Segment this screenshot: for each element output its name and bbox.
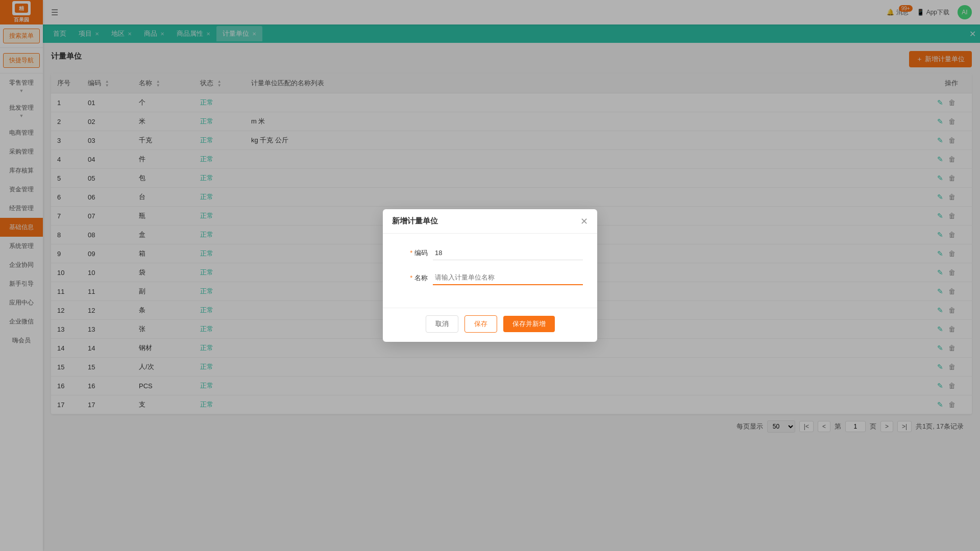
save-and-new-button[interactable]: 保存并新增 (503, 316, 555, 332)
form-row-name: 名称 (397, 270, 583, 285)
code-input[interactable] (433, 246, 583, 260)
code-label: 编码 (397, 248, 428, 258)
modal-header: 新增计量单位 ✕ (383, 209, 597, 234)
add-unit-modal: 新增计量单位 ✕ 编码 名称 取消 保存 保存并新增 (383, 209, 597, 342)
modal-body: 编码 名称 (383, 234, 597, 308)
save-button[interactable]: 保存 (464, 315, 497, 333)
form-row-code: 编码 (397, 246, 583, 260)
modal-title: 新增计量单位 (392, 216, 438, 226)
name-label: 名称 (397, 273, 428, 283)
modal-overlay: 新增计量单位 ✕ 编码 名称 取消 保存 保存并新增 (0, 0, 980, 551)
modal-close-button[interactable]: ✕ (580, 217, 588, 226)
name-input[interactable] (433, 270, 583, 285)
modal-footer: 取消 保存 保存并新增 (383, 308, 597, 342)
cancel-button[interactable]: 取消 (426, 315, 458, 333)
